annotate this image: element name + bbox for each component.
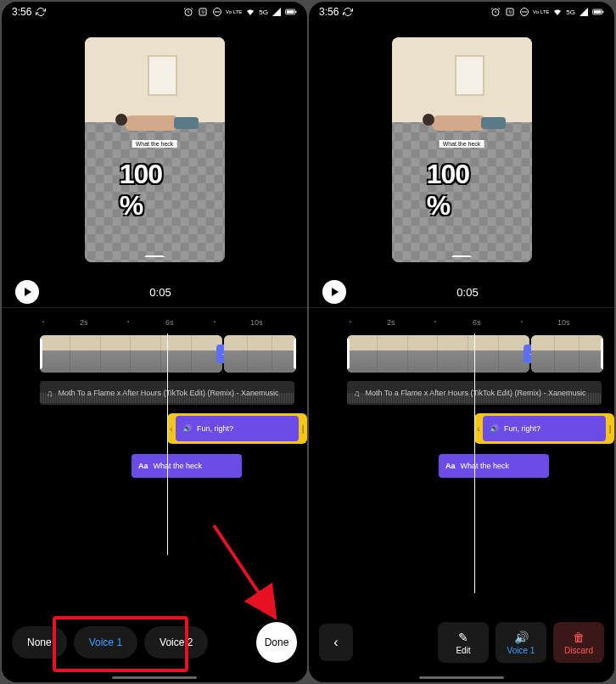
svg-rect-6 — [287, 10, 294, 14]
timestamp: 0:05 — [360, 286, 575, 299]
svg-rect-16 — [602, 11, 603, 13]
caption-overlay: What the heck — [132, 140, 177, 148]
percent-text: 100 % — [120, 159, 190, 221]
voice-trim-right[interactable]: | — [299, 416, 307, 441]
caption-overlay: What the heck — [440, 140, 484, 148]
discard-button[interactable]: 🗑 Discard — [553, 622, 604, 663]
status-time: 3:56 — [12, 6, 31, 18]
volte-icon: Vo LTE — [533, 9, 549, 14]
video-track[interactable]: → — [40, 335, 307, 373]
text-clip-label: What the heck — [154, 462, 203, 470]
playhead[interactable] — [167, 334, 168, 555]
play-button[interactable] — [15, 280, 39, 304]
video-clip-2[interactable] — [224, 335, 296, 373]
volte-icon: Vo LTE — [226, 9, 242, 14]
svg-line-8 — [214, 525, 273, 614]
speaker-icon: 🔊 — [514, 631, 529, 644]
text-clip[interactable]: Aa What the heck — [439, 454, 549, 478]
speaker-icon: 🔊 — [182, 424, 192, 433]
video-preview[interactable]: What the heck 100 % — [85, 37, 225, 262]
trash-icon: 🗑 — [573, 631, 585, 644]
text-clip-label: What the heck — [461, 462, 510, 470]
nfc-icon: N — [504, 6, 516, 18]
voice-label: Fun, right? — [504, 424, 540, 433]
video-preview[interactable]: What the heck 100 % — [392, 37, 532, 262]
svg-text:N: N — [508, 10, 511, 14]
battery-icon — [592, 6, 604, 18]
voice-1-button[interactable]: 🔊 Voice 1 — [496, 622, 546, 663]
swipe-indicator — [451, 255, 472, 257]
play-button[interactable] — [322, 280, 346, 304]
clip-handle-left[interactable] — [40, 339, 42, 369]
text-icon: Aa — [138, 462, 148, 470]
video-track[interactable]: → — [347, 335, 614, 373]
wifi-icon — [244, 6, 256, 18]
clip-actions-bar: ‹ ✎ Edit 🔊 Voice 1 🗑 Discard — [309, 620, 614, 665]
timeline[interactable]: 2s 6s 10s → ♫ Moth To a Flame x Af — [309, 307, 614, 682]
voice-trim-left[interactable]: ‹ — [474, 416, 483, 441]
timestamp: 0:05 — [53, 286, 268, 299]
network-label: 5G — [259, 8, 268, 16]
voice-label: Fun, right? — [197, 424, 233, 433]
annotation-arrow — [205, 521, 290, 631]
svg-rect-15 — [594, 10, 602, 14]
status-bar: 3:56 N Vo LTE 5G — [2, 2, 307, 22]
voice-1-button[interactable]: Voice 1 — [74, 626, 137, 659]
playhead[interactable] — [474, 334, 475, 593]
clip-handle-left[interactable] — [347, 339, 350, 369]
back-button[interactable]: ‹ — [319, 624, 353, 661]
home-indicator[interactable] — [419, 676, 504, 679]
preview-area: What the heck 100 % — [2, 22, 307, 277]
nfc-icon: N — [197, 6, 209, 18]
signal-icon — [578, 6, 590, 18]
sync-icon — [35, 6, 47, 18]
screen-left: 3:56 N Vo LTE 5G What the heck 100 % — [2, 2, 307, 682]
sync-icon — [342, 6, 354, 18]
alarm-icon — [490, 6, 501, 18]
status-bar: 3:56 N Vo LTE 5G — [309, 2, 614, 22]
done-button[interactable]: Done — [256, 622, 297, 663]
wifi-icon — [552, 6, 563, 18]
speaker-icon: 🔊 — [490, 424, 499, 433]
screen-right: 3:56 N Vo LTE 5G What the heck 100 % — [309, 2, 614, 682]
dnd-icon — [518, 6, 530, 18]
voice-none-button[interactable]: None — [12, 626, 67, 659]
voice-clip[interactable]: ‹ 🔊 Fun, right? | — [167, 413, 307, 444]
home-indicator[interactable] — [112, 676, 197, 679]
voice-2-button[interactable]: Voice 2 — [144, 626, 208, 659]
svg-text:N: N — [201, 10, 204, 14]
clip-handle-right[interactable] — [601, 339, 603, 369]
voice-trim-left[interactable]: ‹ — [167, 416, 176, 441]
signal-icon — [271, 6, 283, 18]
text-clip[interactable]: Aa What the heck — [132, 454, 242, 478]
text-icon: Aa — [445, 462, 456, 470]
voice-options-bar: None Voice 1 Voice 2 Done — [2, 620, 307, 665]
dnd-icon — [211, 6, 223, 18]
status-time: 3:56 — [319, 6, 339, 18]
voice-clip[interactable]: ‹ 🔊 Fun, right? | — [474, 413, 614, 444]
svg-rect-7 — [295, 11, 296, 13]
timeline[interactable]: 2s 6s 10s → ♫ Moth To a Flame x Af — [2, 307, 307, 682]
clip-handle-right[interactable] — [294, 339, 296, 369]
video-clip-1[interactable] — [347, 335, 529, 373]
ruler: 2s 6s 10s — [309, 318, 614, 335]
alarm-icon — [182, 6, 194, 18]
video-clip-1[interactable] — [40, 335, 222, 373]
network-label: 5G — [566, 8, 575, 16]
percent-text: 100 % — [427, 159, 497, 221]
battery-icon — [285, 6, 297, 18]
ruler: 2s 6s 10s — [2, 318, 307, 335]
pencil-icon: ✎ — [458, 631, 468, 644]
preview-area: What the heck 100 % — [309, 22, 614, 277]
video-clip-2[interactable] — [531, 335, 603, 373]
audio-title: Moth To a Flame x After Hours (TikTok Ed… — [366, 389, 586, 397]
swipe-indicator — [144, 255, 165, 257]
edit-button[interactable]: ✎ Edit — [438, 622, 489, 663]
voice-trim-right[interactable]: | — [606, 416, 614, 441]
audio-title: Moth To a Flame x After Hours (TikTok Ed… — [59, 389, 279, 397]
